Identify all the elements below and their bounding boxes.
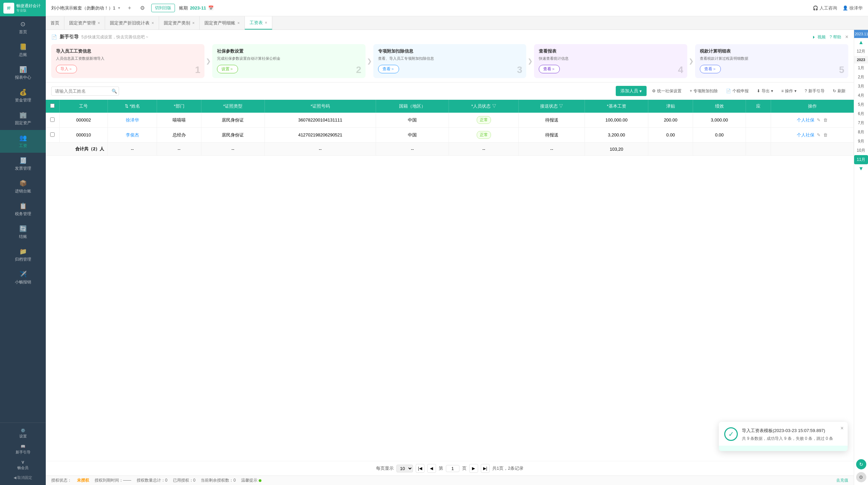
cal-month-10[interactable]: 10月: [854, 146, 868, 155]
row-checkbox[interactable]: [50, 117, 55, 122]
social-insurance-link[interactable]: 个人社保: [797, 117, 814, 123]
employee-status: 正常: [449, 128, 519, 143]
page-input[interactable]: [446, 465, 459, 472]
add-account-btn[interactable]: ＋: [125, 3, 134, 13]
col-status[interactable]: *人员状态 ▽: [449, 100, 519, 113]
cal-month-4[interactable]: 4月: [854, 91, 868, 100]
user-info[interactable]: 👤 徐泽华: [843, 5, 863, 11]
tab-close-icon[interactable]: ×: [237, 21, 240, 25]
sidebar-item-member[interactable]: V 畅会员: [3, 458, 43, 473]
tab-payroll[interactable]: 工资表 ×: [245, 16, 272, 30]
employee-name-link[interactable]: 徐泽华: [126, 117, 139, 123]
sidebar-item-finance[interactable]: 💰 资金管理: [0, 85, 46, 107]
tab-close-icon[interactable]: ×: [265, 20, 267, 25]
summary-name: --: [108, 143, 157, 156]
sidebar-item-tax[interactable]: 📋 税务管理: [0, 198, 46, 221]
step2-btn[interactable]: 设置＞: [217, 65, 238, 73]
delete-icon[interactable]: 🗑: [823, 132, 828, 137]
row-checkbox-cell[interactable]: [46, 128, 59, 143]
select-all-header[interactable]: [46, 100, 59, 113]
tab-depreciation[interactable]: 固定资产折旧统计表 ×: [105, 16, 159, 30]
refresh-btn[interactable]: ↻ 刷新: [830, 87, 848, 95]
sidebar-item-invoice[interactable]: 🧾 发票管理: [0, 153, 46, 175]
employee-basic-salary: 3,200.00: [585, 128, 648, 143]
sidebar-item-reports[interactable]: 📊 报表中心: [0, 62, 46, 85]
select-all-checkbox[interactable]: [50, 104, 55, 108]
social-insurance-link[interactable]: 个人社保: [797, 132, 814, 137]
sidebar-item-payroll[interactable]: 👥 工资: [0, 130, 46, 153]
step5-btn[interactable]: 查看＞: [700, 65, 721, 73]
ai-consult-btn[interactable]: 🎧 人工咨询: [813, 5, 837, 11]
last-page-btn[interactable]: ▶|: [481, 464, 490, 473]
search-input[interactable]: [51, 87, 119, 96]
tab-asset-category[interactable]: 固定资产类别 ×: [159, 16, 200, 30]
settings-btn[interactable]: ⚙: [138, 3, 147, 13]
step3-btn[interactable]: 查看＞: [378, 65, 399, 73]
recharge-link[interactable]: 去充值: [836, 478, 848, 483]
cal-month-6[interactable]: 6月: [854, 109, 868, 118]
tab-fixed-assets[interactable]: 固定资产管理 ×: [64, 16, 105, 30]
cal-month-8[interactable]: 8月: [854, 128, 868, 137]
next-page-btn[interactable]: ▶: [469, 464, 478, 473]
sidebar-item-close-period[interactable]: 🔄 结账: [0, 221, 46, 244]
cal-month-5[interactable]: 5月: [854, 100, 868, 109]
sidebar-item-ledger[interactable]: 📒 总账: [0, 39, 46, 62]
export-btn[interactable]: ⬇ 导出 ▾: [754, 87, 776, 95]
col-send-status[interactable]: 接送状态 ▽: [519, 100, 585, 113]
operations-btn[interactable]: ≡ 操作 ▾: [778, 87, 799, 95]
employee-name-link[interactable]: 李俊杰: [126, 132, 139, 137]
delete-icon[interactable]: 🗑: [823, 117, 828, 123]
step1-btn[interactable]: 导入＞: [56, 65, 77, 73]
sidebar-item-inventory[interactable]: 📦 进销台账: [0, 175, 46, 198]
sidebar-item-guide[interactable]: 📖 新手引导: [3, 442, 43, 458]
cal-month-3[interactable]: 3月: [854, 82, 868, 91]
notification-close-btn[interactable]: ×: [841, 425, 844, 431]
cal-month-12[interactable]: 12月: [854, 47, 868, 56]
action-refresh-btn[interactable]: ↻: [856, 459, 866, 469]
tax-declare-btn[interactable]: 📄 个税申报: [723, 87, 751, 95]
account-dropdown-icon[interactable]: ▼: [117, 6, 121, 10]
edit-icon[interactable]: ✎: [817, 117, 821, 123]
sidebar-item-archive[interactable]: 📁 归档管理: [0, 244, 46, 266]
cal-down-arrow[interactable]: ▼: [857, 164, 865, 173]
version-switch-btn[interactable]: 切到旧版: [151, 4, 175, 12]
row-checkbox-cell[interactable]: [46, 113, 59, 128]
special-deduction-btn[interactable]: + 专项附加扣除: [687, 87, 721, 95]
cal-month-9[interactable]: 9月: [854, 137, 868, 146]
col-name[interactable]: ⇅ *姓名: [108, 100, 157, 113]
cal-up-arrow[interactable]: ▲: [857, 38, 865, 47]
newbie-guide-btn[interactable]: ? 新手引导: [802, 87, 827, 95]
per-page-select[interactable]: 10 20 50: [396, 465, 413, 472]
sidebar-item-assets[interactable]: 🏢 固定资产: [0, 107, 46, 130]
step1-num: 1: [195, 64, 200, 75]
cal-month-2[interactable]: 2月: [854, 73, 868, 82]
search-icon[interactable]: 🔍: [112, 89, 117, 94]
sidebar-item-settings[interactable]: ⚙️ 设置: [3, 426, 43, 442]
tab-close-icon[interactable]: ×: [192, 21, 195, 25]
notification-detail: 共 9 条数据，成功导入 9 条，失败 0 条，跳过 0 条: [742, 436, 833, 442]
cal-month-7[interactable]: 7月: [854, 118, 868, 128]
action-settings-btn[interactable]: ⚙: [856, 472, 866, 482]
sidebar-item-home[interactable]: ⊙ 首页: [0, 16, 46, 39]
employee-send-status: 待报送: [519, 128, 585, 143]
guide-close-btn[interactable]: ×: [845, 34, 848, 40]
tab-close-icon[interactable]: ×: [152, 21, 154, 25]
edit-icon[interactable]: ✎: [817, 132, 821, 137]
guide-video-link[interactable]: ⏵ 视频: [812, 34, 825, 40]
add-person-btn[interactable]: 添加人员 ▾: [616, 86, 647, 96]
step4-btn[interactable]: 查看＞: [539, 65, 560, 73]
tab-close-icon[interactable]: ×: [98, 21, 100, 25]
first-page-btn[interactable]: |◀: [416, 464, 425, 473]
operations-dropdown-icon: ▾: [794, 89, 796, 93]
tab-asset-detail[interactable]: 固定资产明细账 ×: [200, 16, 245, 30]
social-insurance-btn[interactable]: ⚙ 统一社保设置: [649, 87, 684, 95]
tab-home[interactable]: 首页: [46, 16, 64, 30]
cal-month-11[interactable]: 11月: [854, 155, 868, 164]
sidebar-item-expense[interactable]: ✈️ 小畅报销: [0, 266, 46, 289]
cal-month-1[interactable]: 1月: [854, 63, 868, 73]
prev-page-btn[interactable]: ◀: [427, 464, 436, 473]
row-checkbox[interactable]: [50, 132, 55, 137]
guide-help-link[interactable]: ? 帮助: [830, 34, 841, 40]
calendar-icon[interactable]: 📅: [208, 5, 214, 11]
cancel-fixed-btn[interactable]: ◀ 取消固定: [3, 473, 43, 482]
